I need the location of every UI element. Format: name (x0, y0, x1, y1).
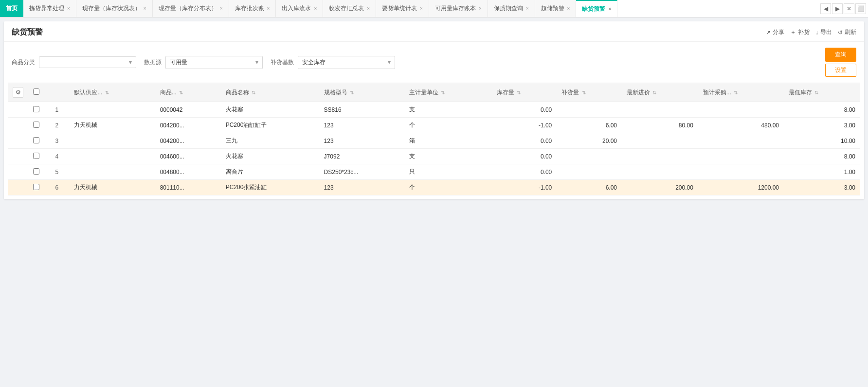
row-min-stock: 3.00 (784, 118, 860, 133)
row-number: 5 (44, 164, 69, 180)
tab-label: 可用量库存账本 (435, 4, 476, 13)
close-icon[interactable]: × (608, 6, 611, 12)
row-checkbox-cell[interactable] (28, 102, 44, 118)
row-spec: SS816 (319, 102, 404, 118)
close-icon[interactable]: × (479, 6, 482, 11)
row-checkbox-cell[interactable] (28, 149, 44, 164)
export-button[interactable]: ↓ 导出 (815, 28, 832, 36)
tab-home[interactable]: 首页 (0, 0, 23, 18)
row-latest-price (622, 149, 698, 164)
row-unit: 支 (404, 102, 492, 118)
row-product-code: 004600... (155, 149, 221, 164)
est-purchase-column-header[interactable]: 预计采购... ⇅ (698, 83, 784, 102)
spec-column-header[interactable]: 规格型号 ⇅ (319, 83, 404, 102)
row-gear-cell (8, 118, 28, 133)
est-purchase-header-label: 预计采购... (703, 89, 731, 96)
tab-expiry-query[interactable]: 保质期查询 × (488, 0, 535, 18)
row-stock-qty: 0.00 (492, 164, 557, 180)
row-checkbox-cell[interactable] (28, 133, 44, 149)
datasource-select[interactable]: 可用量 ▾ (165, 56, 263, 69)
product-name-header-label: 商品名称 (226, 89, 249, 96)
tab-available-ledger[interactable]: 可用量库存账本 × (429, 0, 488, 18)
latest-price-column-header[interactable]: 最新进价 ⇅ (622, 83, 698, 102)
query-button[interactable]: 查询 (825, 48, 856, 62)
stock-qty-column-header[interactable]: 库存量 ⇅ (492, 83, 557, 102)
sort-icon: ⇅ (734, 90, 738, 95)
row-product-name: PC200油缸缸子 (221, 118, 319, 133)
row-min-stock: 3.00 (784, 180, 860, 195)
row-product-code: 004200... (155, 133, 221, 149)
tab-prev-button[interactable]: ◀ (820, 3, 831, 14)
tab-inventory-status[interactable]: 现存量（库存状况表） × (76, 0, 153, 18)
page-title: 缺货预警 (12, 27, 766, 37)
latest-price-header-label: 最新进价 (627, 89, 650, 96)
close-icon[interactable]: × (220, 6, 223, 11)
product-name-column-header[interactable]: 商品名称 ⇅ (221, 83, 319, 102)
close-icon[interactable]: × (420, 6, 423, 11)
refresh-button[interactable]: ↺ 刷新 (838, 28, 856, 36)
settings-button[interactable]: 设置 (825, 64, 856, 77)
table-row[interactable]: 5 004800... 离合片 DS250*23c... 只 0.00 1.00 (8, 164, 860, 180)
tab-shortage-warning[interactable]: 缺货预警 × (576, 0, 617, 18)
row-checkbox[interactable] (33, 106, 39, 112)
tab-overstock-warning[interactable]: 超储预警 × (535, 0, 577, 18)
table-row[interactable]: 2 力天机械 004200... PC200油缸缸子 123 个 -1.00 6… (8, 118, 860, 133)
supplier-column-header[interactable]: 默认供应... ⇅ (69, 83, 155, 102)
tab-nav-buttons: ◀ ▶ ✕ ⬜ (818, 3, 868, 14)
row-checkbox[interactable] (33, 122, 39, 128)
table-row[interactable]: 3 004200... 三九 123 箱 0.00 20.00 10.00 (8, 133, 860, 149)
tab-defect-handling[interactable]: 拣货异常处理 × (23, 0, 76, 18)
close-icon[interactable]: × (267, 6, 270, 11)
checkbox-column-header[interactable] (28, 83, 44, 102)
row-checkbox[interactable] (33, 184, 39, 190)
tab-inventory-dist[interactable]: 现存量（库存分布表） × (153, 0, 229, 18)
gear-column-header[interactable]: ⚙ (8, 83, 28, 102)
replenish-qty-column-header[interactable]: 补货量 ⇅ (557, 83, 622, 102)
tab-label: 收发存汇总表 (329, 4, 364, 13)
row-number: 3 (44, 133, 69, 149)
datasource-value: 可用量 (170, 58, 187, 67)
row-checkbox-cell[interactable] (28, 164, 44, 180)
row-checkbox-cell[interactable] (28, 180, 44, 195)
row-est-purchase (698, 102, 784, 118)
min-stock-column-header[interactable]: 最低库存 ⇅ (784, 83, 860, 102)
product-code-column-header[interactable]: 商品... ⇅ (155, 83, 221, 102)
tab-close-all-button[interactable]: ✕ (844, 3, 854, 14)
table-row[interactable]: 1 0000042 火花塞 SS816 支 0.00 8.00 (8, 102, 860, 118)
row-checkbox[interactable] (33, 137, 39, 143)
share-button[interactable]: ↗ 分享 (766, 28, 784, 36)
table-row[interactable]: 4 004600... 火花塞 J7092 支 0.00 8.00 (8, 149, 860, 164)
row-checkbox[interactable] (33, 153, 39, 159)
category-filter-group: 商品分类 ▾ (12, 56, 136, 68)
table-row[interactable]: 6 力天机械 801110... PC200张紧油缸 123 个 -1.00 6… (8, 180, 860, 195)
row-product-code: 0000042 (155, 102, 221, 118)
tab-next-button[interactable]: ▶ (832, 3, 843, 14)
close-icon[interactable]: × (144, 6, 146, 11)
unit-column-header[interactable]: 主计量单位 ⇅ (404, 83, 492, 102)
replenish-label: 补货 (798, 28, 810, 36)
close-icon[interactable]: × (67, 6, 70, 11)
column-settings-icon[interactable]: ⚙ (13, 87, 23, 98)
row-number: 6 (44, 180, 69, 195)
tab-receive-summary[interactable]: 收发存汇总表 × (323, 0, 376, 18)
row-min-stock: 8.00 (784, 102, 860, 118)
row-gear-cell (8, 133, 28, 149)
tab-batch-account[interactable]: 库存批次账 × (229, 0, 276, 18)
close-icon[interactable]: × (526, 6, 529, 11)
row-checkbox-cell[interactable] (28, 118, 44, 133)
close-icon[interactable]: × (314, 6, 317, 11)
row-unit: 个 (404, 118, 492, 133)
tab-order-stats[interactable]: 要货单统计表 × (376, 0, 429, 18)
select-all-checkbox[interactable] (33, 88, 39, 95)
replenish-button[interactable]: ＋ 补货 (790, 28, 810, 36)
row-est-purchase: 1200.00 (698, 180, 784, 195)
tab-in-out-flow[interactable]: 出入库流水 × (276, 0, 323, 18)
row-product-code: 801110... (155, 180, 221, 195)
close-icon[interactable]: × (567, 6, 570, 11)
replenish-basis-select[interactable]: 安全库存 ▾ (298, 56, 395, 69)
tab-maximize-button[interactable]: ⬜ (855, 3, 866, 14)
close-icon[interactable]: × (367, 6, 370, 11)
row-unit: 只 (404, 164, 492, 180)
category-select[interactable]: ▾ (39, 56, 136, 68)
row-checkbox[interactable] (33, 168, 39, 175)
